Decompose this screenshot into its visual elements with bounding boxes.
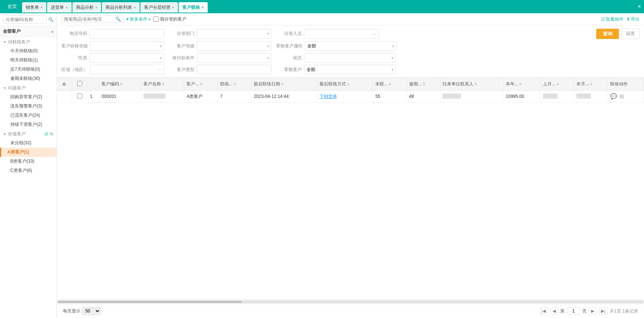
contact-sort-icon[interactable]: ⇅ [233,82,236,86]
table-type-header[interactable]: 客户... ⇅ [184,78,218,91]
last-date-sort-icon[interactable]: ⇅ [281,82,284,86]
sidebar-section-pending[interactable]: ▼ 待联络客户 [0,37,57,46]
row-checkbox[interactable] [77,93,82,99]
region-more-icon[interactable]: ··· [157,67,162,73]
overdue-sort-icon[interactable]: ⇅ [422,82,425,86]
this-year-sort-icon[interactable]: ⇅ [519,82,522,86]
last-page-button[interactable]: ▶| [599,307,608,315]
horizontal-scrollbar[interactable] [57,299,644,304]
tab-close-icon[interactable]: × [40,5,43,10]
filter-payment-select[interactable]: ▾ [197,53,272,63]
name-sort-icon[interactable]: ⇅ [162,82,165,86]
sidebar-all-customers[interactable]: 全部客户 « [0,26,57,37]
pending-contact-7days[interactable]: 近7天待联络(0) [0,65,57,74]
scrollbar-thumb[interactable] [58,301,242,303]
tab-close-icon[interactable]: × [201,5,204,10]
chat-action-icon[interactable]: 💬 [610,93,617,100]
select-all-checkbox[interactable] [77,81,82,86]
no-contact-sort-icon[interactable]: ⇅ [389,82,391,86]
table-contact-header[interactable]: 联络... ⇅ [218,78,251,91]
table-name-header[interactable]: 客户名称 ⇅ [141,78,184,91]
tab-客户联络[interactable]: 客户联络× [179,2,207,13]
filter-person-select[interactable]: ··· [304,29,379,39]
tab-客户分层经营[interactable]: 客户分层经营× [140,2,178,13]
filter-dept-select[interactable]: ▾ [197,29,272,39]
filter-region: 区域（地区） ··· [61,65,164,74]
table-overdue-header[interactable]: 逾期... ⇅ [407,78,440,91]
filter-region-select[interactable]: ··· [90,65,164,74]
this-month-sort-icon[interactable]: ⇅ [590,82,593,86]
first-page-button[interactable]: |◀ [539,307,548,315]
table-last-month-header[interactable]: 上月... ⇅ [540,78,574,91]
sidebar-search-input[interactable] [3,15,47,24]
row-last-method-cell[interactable]: 下销货单 [317,91,373,103]
tab-close-icon[interactable]: × [65,5,68,10]
table-this-year-header[interactable]: 本年... ⇅ [503,78,540,91]
value-class-c[interactable]: C类客户(6) [0,166,57,175]
setting-button[interactable]: 设置 [621,28,640,39]
filter-customer-type-select[interactable] [197,65,272,74]
next-page-button[interactable]: ▶ [589,307,597,315]
table-last-date-header[interactable]: 最后联络日期 ⇅ [251,78,317,91]
value-class-b[interactable]: B类客户(33) [0,157,57,166]
sidebar-search-button[interactable]: 🔍 [48,17,54,22]
table-this-month-header[interactable]: 本月... ⇅ [574,78,608,91]
per-page-select[interactable]: 50 100 200 [82,307,101,315]
filter-retail-customer-select[interactable]: 全部 ▾ [304,65,396,74]
last-method-sort-icon[interactable]: ⇅ [347,82,350,86]
table-no-contact-header[interactable]: 未联... ⇅ [373,78,407,91]
table-code-header[interactable]: 客户编码 ⇅ [99,78,141,91]
type-sort-icon[interactable]: ⇅ [200,82,203,86]
pending-contact-today[interactable]: 今天待联络(0) [0,46,57,56]
tab-销售单[interactable]: 销售单× [22,2,46,13]
tab-close-icon[interactable]: × [172,5,174,10]
value-ungrouped[interactable]: 未分组(32) [0,138,57,148]
table-gear-header[interactable]: ⚙ [57,78,72,91]
problem-churn-warning[interactable]: 流失预警客户(3) [0,102,57,111]
value-refresh-icon[interactable]: ↺ [44,131,48,137]
problem-declining[interactable]: 持续下滑客户(2) [0,120,57,129]
close-all-button[interactable]: × [638,3,641,10]
row-checkbox-cell[interactable] [72,91,87,103]
filter-retail-attr-select[interactable]: 全部 ▾ [305,41,397,51]
tab-进货单[interactable]: 进货单× [47,2,71,13]
sidebar-section-value[interactable]: ▼ 价值客户 ↺ ✎ [0,129,57,138]
filter-nature-select[interactable]: ▾ [89,53,164,63]
my-customers-checkbox[interactable] [153,17,158,22]
tab-close-icon[interactable]: × [133,5,136,10]
problem-churned[interactable]: 已流失客户(24) [0,111,57,120]
more-conditions-button[interactable]: ▾ 更多条件 ▾ [126,16,150,22]
tab-close-icon[interactable]: × [95,5,97,10]
value-class-a[interactable]: A类客户(1) [0,148,57,157]
problem-rebuy-abnormal[interactable]: 回购异常客户(2) [0,92,57,102]
filter-status-select[interactable]: ▾ [304,53,396,63]
page-number-input[interactable] [567,307,580,315]
prev-page-button[interactable]: ◀ [550,307,558,315]
filter-phone-input[interactable] [89,29,164,39]
query-button[interactable]: 查询 [596,29,619,39]
code-sort-icon[interactable]: ⇅ [120,82,123,86]
scrollbar-track[interactable] [58,301,643,303]
filter-customer-level-select[interactable]: ▾ [197,41,272,51]
unit-contact-sort-icon[interactable]: ⇅ [474,82,477,86]
export-button[interactable]: ⬇ 导出 [626,16,640,22]
col-last-month-label: 上月... [543,81,555,87]
sidebar-collapse-button[interactable]: « [51,29,54,34]
grid-action-icon[interactable]: ⊞ [619,93,624,100]
table-unit-contact-header[interactable]: 往来单位联系人 ⇅ [440,78,504,91]
pending-contact-overdue[interactable]: 逾期未联络(30) [0,74,57,83]
table-checkbox-header[interactable] [72,78,87,91]
value-edit-icon[interactable]: ✎ [50,131,54,137]
nav-home[interactable]: 首页 [3,1,21,12]
batch-op-button[interactable]: ☑ 批量操作 [601,16,623,22]
person-more-icon[interactable]: ··· [372,31,376,37]
search-input[interactable] [64,17,115,22]
tab-商品分析[interactable]: 商品分析× [72,2,101,13]
my-customers-checkbox-area[interactable]: 我分管的客户 [153,16,186,22]
sidebar-section-problem[interactable]: ▼ 问题客户 [0,83,57,92]
filter-price-level-select[interactable]: ▾ [90,41,164,51]
last-month-sort-icon[interactable]: ⇅ [556,82,559,86]
table-last-method-header[interactable]: 最后联络方式 ⇅ [317,78,373,91]
pending-contact-tomorrow[interactable]: 明天待联络(1) [0,56,57,65]
tab-商品分析列表[interactable]: 商品分析列表× [102,2,139,13]
